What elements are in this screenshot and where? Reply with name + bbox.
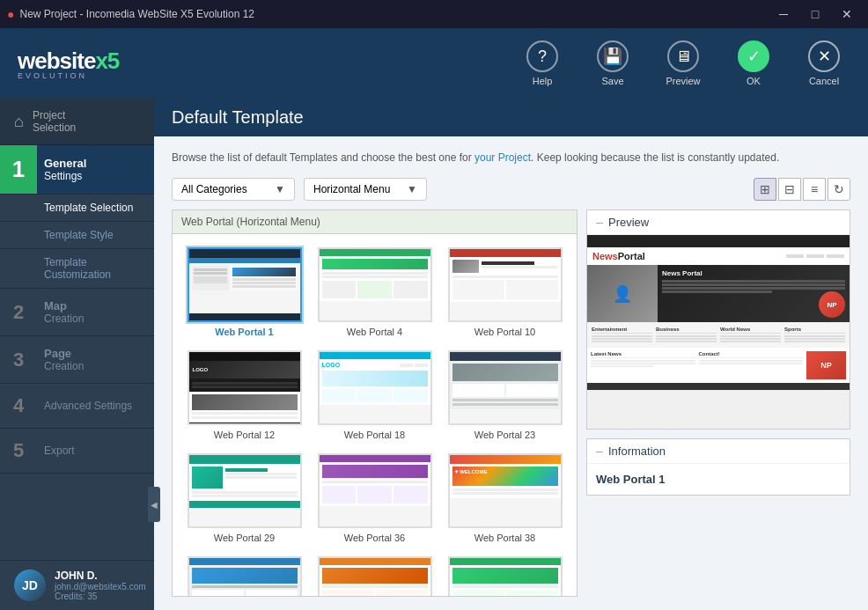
template-item-wp41[interactable]: Web Portal 41 [316,556,433,597]
step-5-number: 5 [0,429,37,473]
step-5-label: Export [37,429,82,473]
preview-section-title: Preview [587,210,850,235]
close-button[interactable]: ✕ [833,2,861,26]
sidebar-step-1[interactable]: 1 General Settings [0,145,154,195]
save-icon: 💾 [597,40,629,72]
template-thumb-wp42 [448,556,563,597]
body: ⌂ ProjectSelection 1 General Settings Te… [0,99,868,610]
information-section-title: Information [587,439,850,464]
user-avatar: JD [14,570,46,601]
category-arrow-icon: ▼ [275,183,285,195]
template-thumb-wp4 [318,247,432,322]
app-icon: ● [7,7,14,21]
free-badge-wp41 [395,594,430,597]
step-3-label: Page Creation [37,336,91,383]
template-thumb-wp38: ✦ WELCOME [448,453,563,528]
save-label: Save [601,76,623,86]
user-info-section: JD JOHN D. john.d@websitex5.com Credits:… [0,560,154,610]
sidebar-item-project-selection[interactable]: ⌂ ProjectSelection [0,99,154,145]
templates-scrollable[interactable]: Web Portal (Horizontal Menu) [172,209,577,597]
template-item-wp40[interactable]: Web Portal 40 [186,556,303,597]
information-section: Information Web Portal 1 [586,438,850,496]
template-name-wp10: Web Portal 10 [474,327,536,337]
template-name-wp38: Web Portal 38 [474,533,536,543]
template-item-wp4[interactable]: Web Portal 4 [316,247,433,337]
template-item-wp18[interactable]: LOGO [316,350,433,440]
page-description: Browse the list of default Templates and… [172,150,850,165]
view-refresh-button[interactable]: ↻ [828,178,850,201]
template-name-wp18: Web Portal 18 [344,430,406,440]
template-item-wp1[interactable]: Web Portal 1 [186,247,303,337]
template-name-wp36: Web Portal 36 [344,533,406,543]
view-list-button[interactable]: ≡ [803,178,826,201]
maximize-button[interactable]: □ [801,2,829,26]
templates-area: Web Portal (Horizontal Menu) [172,209,850,597]
template-thumb-wp40 [188,556,302,597]
help-icon: ? [526,40,558,72]
view-grid-medium-button[interactable]: ⊟ [778,178,801,201]
sidebar-step-4[interactable]: 4 Advanced Settings [0,384,154,429]
ok-label: OK [747,76,761,86]
app-logo: websitex5 EVOLUTION [18,48,119,80]
sidebar-substep-template-customization[interactable]: Template Customization [0,249,154,289]
page-header: Default Template [154,99,868,136]
new-badge-wp41 [320,594,355,597]
sidebar: ⌂ ProjectSelection 1 General Settings Te… [0,99,154,610]
ok-button[interactable]: ✓ OK [727,40,780,86]
sidebar-substep-template-selection[interactable]: Template Selection [0,195,154,222]
preview-image-container: NewsPortal [587,235,850,429]
template-name-wp1: Web Portal 1 [215,327,273,337]
preview-panel: Preview NewsPortal [586,209,850,597]
sidebar-step-2[interactable]: 2 Map Creation [0,289,154,336]
save-button[interactable]: 💾 Save [586,40,639,86]
new-badge-wp40 [189,594,224,597]
step-2-number: 2 [0,289,37,335]
sidebar-collapse-button[interactable]: ◀ [148,487,160,522]
template-item-wp42[interactable]: Web Portal 42 [446,556,563,597]
content-area: Browse the list of default Templates and… [154,136,868,610]
preview-image: NewsPortal [587,235,850,429]
template-name-wp4: Web Portal 4 [347,327,402,337]
template-thumb-wp41 [318,556,432,597]
controls-bar: All Categories ▼ Horizontal Menu ▼ ⊞ ⊟ ≡… [172,178,850,201]
help-button[interactable]: ? Help [516,40,569,86]
template-thumb-wp36 [318,453,432,528]
template-name-wp29: Web Portal 29 [214,533,276,543]
menu-type-dropdown[interactable]: Horizontal Menu ▼ [304,178,427,201]
user-email: john.d@websitex5.com [55,582,146,592]
description-link[interactable]: your Project [474,151,531,164]
free-badge-wp42 [526,594,561,597]
sidebar-step-3[interactable]: 3 Page Creation [0,336,154,384]
view-grid-large-button[interactable]: ⊞ [754,178,776,201]
home-label: ProjectSelection [33,109,76,134]
preview-button[interactable]: 🖥 Preview [657,40,710,86]
minimize-button[interactable]: ─ [769,2,798,26]
titlebar: ● New Project - Incomedia WebSite X5 Evo… [0,0,868,28]
cancel-button[interactable]: ✕ Cancel [798,40,850,86]
preview-icon: 🖥 [667,40,699,72]
selected-template-name: Web Portal 1 [596,473,841,486]
step-2-label: Map Creation [37,289,91,335]
header-toolbar: websitex5 EVOLUTION ? Help 💾 Save 🖥 Prev… [0,28,868,99]
step-3-number: 3 [0,336,37,383]
ok-icon: ✓ [738,40,769,72]
template-item-wp10[interactable]: Web Portal 10 [446,247,563,337]
sidebar-substep-template-style[interactable]: Template Style [0,222,154,249]
window-controls: ─ □ ✕ [769,2,861,26]
category-dropdown[interactable]: All Categories ▼ [172,178,295,201]
user-name: JOHN D. [55,570,146,582]
template-item-wp23[interactable]: Web Portal 23 [446,350,563,440]
template-item-wp38[interactable]: ✦ WELCOME Web Portal 38 [446,453,563,543]
cancel-icon: ✕ [808,40,840,72]
category-value: All Categories [181,183,269,195]
help-label: Help [533,76,553,86]
title-text: New Project - Incomedia WebSite X5 Evolu… [19,8,254,20]
step-4-number: 4 [0,384,37,428]
sidebar-step-5[interactable]: 5 Export [0,429,154,474]
user-details: JOHN D. john.d@websitex5.com Credits: 35 [55,570,146,601]
template-item-wp12[interactable]: LOGO [186,350,303,440]
preview-section: Preview NewsPortal [586,209,850,430]
template-thumb-wp1 [188,247,302,322]
template-item-wp36[interactable]: Web Portal 36 [316,453,433,543]
template-item-wp29[interactable]: Web Portal 29 [186,453,303,543]
